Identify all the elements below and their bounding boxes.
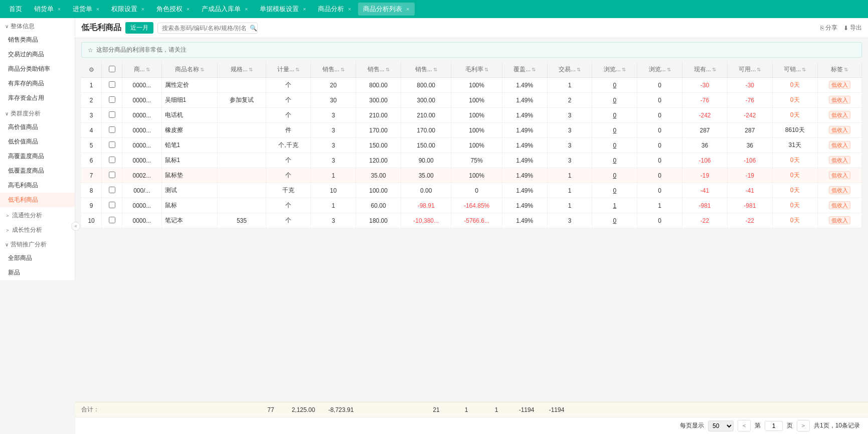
close-icon[interactable]: × [406, 6, 409, 12]
view1-link[interactable]: 0 [613, 157, 617, 164]
row-checkbox[interactable] [109, 81, 115, 88]
th-coverage[interactable]: 覆盖...⇅ [502, 62, 547, 78]
cell-checkbox[interactable] [102, 93, 122, 108]
sidebar-group-flow[interactable]: ＞ 流通性分析 [0, 207, 75, 222]
th-view2[interactable]: 浏览...⇅ [637, 62, 682, 78]
cell-view1[interactable]: 0 [592, 153, 637, 168]
cell-checkbox[interactable] [102, 213, 122, 228]
sidebar-collapse-button[interactable]: « [71, 222, 80, 231]
th-checkbox[interactable] [102, 62, 122, 78]
close-icon[interactable]: × [245, 6, 248, 12]
cell-checkbox[interactable] [102, 78, 122, 93]
nav-item-sales[interactable]: 销货单 × [29, 3, 66, 16]
th-sale-qty[interactable]: 销售...⇅ [311, 62, 356, 78]
prev-page-button[interactable]: ＜ [738, 420, 751, 431]
sidebar-item-all-goods[interactable]: 全部商品 [0, 251, 75, 265]
nav-item-role[interactable]: 角色授权 × [151, 3, 195, 16]
cell-checkbox[interactable] [102, 138, 122, 153]
cell-view1[interactable]: 0 [592, 168, 637, 183]
cell-checkbox[interactable] [102, 153, 122, 168]
th-tag[interactable]: 标签⇅ [817, 62, 861, 78]
row-checkbox[interactable] [109, 157, 115, 163]
th-unit[interactable]: 计量...⇅ [266, 62, 311, 78]
th-spec[interactable]: 规格...⇅ [218, 62, 266, 78]
page-number-input[interactable] [765, 421, 783, 431]
th-sale-amount[interactable]: 销售...⇅ [401, 62, 451, 78]
close-icon[interactable]: × [58, 6, 61, 12]
nav-item-home[interactable]: 首页 [4, 3, 27, 16]
cell-checkbox[interactable] [102, 183, 122, 198]
next-page-button[interactable]: ＞ [797, 420, 810, 431]
close-icon[interactable]: × [96, 6, 99, 12]
date-filter-button[interactable]: 近一月 [125, 22, 153, 34]
row-checkbox[interactable] [109, 141, 115, 148]
sidebar-item-new-goods[interactable]: 新品 [0, 265, 75, 280]
row-checkbox[interactable] [109, 111, 115, 118]
sidebar-item-sales-goods[interactable]: 销售类商品 [0, 33, 75, 47]
cell-view1[interactable]: 0 [592, 123, 637, 138]
cell-checkbox[interactable] [102, 108, 122, 123]
select-all-checkbox[interactable] [109, 66, 115, 72]
nav-item-purchase[interactable]: 进货单 × [68, 3, 104, 16]
settings-icon[interactable]: ⚙ [89, 66, 94, 73]
cell-view1[interactable]: 0 [592, 183, 637, 198]
sidebar-item-low-value[interactable]: 低价值商品 [0, 134, 75, 149]
row-checkbox[interactable] [109, 96, 115, 103]
nav-item-template[interactable]: 单据模板设置 × [255, 3, 311, 16]
cell-view1[interactable]: 0 [592, 138, 637, 153]
sidebar-item-high-coverage[interactable]: 高覆盖度商品 [0, 149, 75, 164]
row-checkbox[interactable] [109, 187, 115, 193]
cell-checkbox[interactable] [102, 198, 122, 213]
sidebar-group-overall[interactable]: ∨ 整体信息 [0, 18, 75, 33]
th-settings[interactable]: ⚙ [81, 62, 102, 78]
th-name[interactable]: 商品名称⇅ [161, 62, 218, 78]
sidebar-group-marketing[interactable]: ∨ 营销推广分析 [0, 236, 75, 251]
sidebar-item-traded-goods[interactable]: 交易过的商品 [0, 47, 75, 62]
view1-link[interactable]: 0 [613, 172, 617, 179]
view1-link[interactable]: 0 [613, 187, 617, 194]
view1-link[interactable]: 0 [613, 82, 617, 89]
th-saleable[interactable]: 可销...⇅ [772, 62, 817, 78]
sidebar-item-high-margin[interactable]: 高毛利商品 [0, 178, 75, 193]
sidebar-item-inventory-goods[interactable]: 有库存的商品 [0, 76, 75, 91]
nav-item-analysis[interactable]: 商品分析 × [313, 3, 356, 16]
view1-link[interactable]: 0 [613, 142, 617, 149]
search-icon[interactable]: 🔍 [250, 25, 257, 32]
sidebar-item-low-margin[interactable]: 低毛利商品 [0, 193, 75, 207]
close-icon[interactable]: × [187, 6, 190, 12]
view1-link[interactable]: 0 [613, 112, 617, 119]
nav-item-permission[interactable]: 权限设置 × [106, 3, 149, 16]
per-page-select[interactable]: 50 100 200 [708, 420, 734, 431]
sidebar-item-inventory-fund[interactable]: 库存资金占用 [0, 91, 75, 105]
nav-item-product[interactable]: 产成品入库单 × [197, 3, 253, 16]
row-checkbox[interactable] [109, 202, 115, 208]
close-icon[interactable]: × [141, 6, 144, 12]
search-input[interactable] [157, 23, 258, 34]
row-checkbox[interactable] [109, 217, 115, 223]
cell-view1[interactable]: 0 [592, 93, 637, 108]
th-view1[interactable]: 浏览...⇅ [592, 62, 637, 78]
cell-view1[interactable]: 0 [592, 78, 637, 93]
view1-link[interactable]: 0 [613, 97, 617, 104]
th-trade[interactable]: 交易...⇅ [547, 62, 592, 78]
sidebar-group-growth[interactable]: ＞ 成长性分析 [0, 222, 75, 236]
row-checkbox[interactable] [109, 172, 115, 178]
th-gross-rate[interactable]: 毛利率⇅ [451, 62, 502, 78]
close-icon[interactable]: × [348, 6, 351, 12]
cell-view1[interactable]: 0 [592, 213, 637, 228]
th-available[interactable]: 可用...⇅ [727, 62, 772, 78]
row-checkbox[interactable] [109, 126, 115, 133]
sidebar-group-cluster[interactable]: ∨ 类群度分析 [0, 105, 75, 120]
view1-link[interactable]: 1 [613, 202, 617, 209]
th-code[interactable]: 商...⇅ [122, 62, 161, 78]
cell-view1[interactable]: 0 [592, 108, 637, 123]
th-current[interactable]: 现有...⇅ [682, 62, 728, 78]
export-button[interactable]: ⬇ 导出 [843, 24, 862, 32]
cell-checkbox[interactable] [102, 168, 122, 183]
view1-link[interactable]: 0 [613, 217, 617, 224]
close-icon[interactable]: × [303, 6, 306, 12]
share-button[interactable]: ⎘ 分享 [820, 24, 837, 32]
cell-view1[interactable]: 1 [592, 198, 637, 213]
view1-link[interactable]: 0 [613, 127, 617, 134]
sidebar-item-high-value[interactable]: 高价值商品 [0, 120, 75, 134]
